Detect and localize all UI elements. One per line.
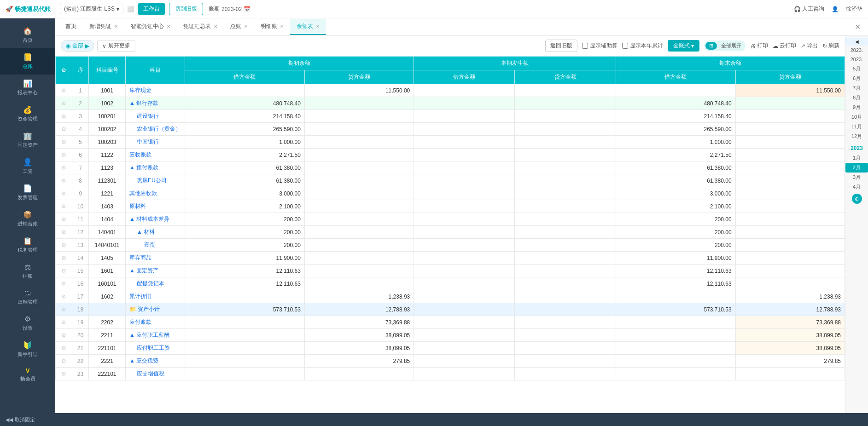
tab-detail-ledger[interactable]: 明细账 ✕: [254, 19, 290, 35]
row-name-cell[interactable]: ▲ 材料: [126, 226, 185, 239]
show-aux-checkbox[interactable]: 显示辅助算: [582, 42, 618, 50]
sidebar-item-invoices[interactable]: 📄 发票管理: [0, 179, 55, 206]
refresh-button[interactable]: ↻ 刷新: [822, 42, 839, 50]
month-1[interactable]: 1月: [845, 153, 868, 163]
row-name-cell[interactable]: 其他应收款: [126, 187, 185, 200]
sidebar-item-newguide[interactable]: 🔰 新手引导: [0, 336, 55, 363]
tab-home[interactable]: 首页: [59, 19, 83, 35]
month-4[interactable]: 4月: [845, 182, 868, 192]
expand-more-button[interactable]: ∨ 展开更多: [97, 40, 135, 52]
sidebar-item-archive[interactable]: 🗂 归档管理: [0, 284, 55, 310]
row-name-cell[interactable]: 中国银行: [126, 136, 185, 149]
tab-balance[interactable]: 余额表 ✕: [290, 19, 326, 35]
tab-voucher-summary[interactable]: 凭证汇总表 ✕: [177, 19, 224, 35]
sidebar-item-purchase[interactable]: 📦 进销台账: [0, 206, 55, 232]
export-button[interactable]: ↗ 导出: [801, 42, 818, 50]
sidebar-item-tax[interactable]: 📋 税务管理: [0, 232, 55, 258]
tab-balance-close[interactable]: ✕: [316, 24, 320, 29]
month-12[interactable]: 12月: [845, 132, 868, 141]
settings-cell[interactable]: ⚙: [56, 97, 72, 110]
settings-cell[interactable]: ⚙: [56, 174, 72, 187]
tab-detail-ledger-close[interactable]: ✕: [280, 24, 284, 29]
style-button[interactable]: 全账式 ▾: [668, 40, 699, 52]
consult-button[interactable]: 🎧 人工咨询: [794, 5, 824, 13]
row-name-cell[interactable]: ▲ 固定资产: [126, 265, 185, 277]
tab-add-voucher-close[interactable]: ✕: [114, 24, 118, 29]
cloud-print-button[interactable]: ☁ 云打印: [773, 42, 796, 50]
calendar-icon[interactable]: 📅: [244, 6, 250, 12]
row-name-cell[interactable]: 应付账款: [126, 316, 185, 329]
row-name-cell[interactable]: ▲ 材料成本差异: [126, 213, 185, 226]
tab-ledger-close[interactable]: ✕: [244, 24, 248, 29]
row-name-cell[interactable]: 应交增值税: [126, 368, 185, 380]
show-aux-input[interactable]: [582, 43, 588, 49]
row-name-cell[interactable]: 原材料: [126, 200, 185, 213]
row-name-cell[interactable]: ▲ 预付账款: [126, 161, 185, 174]
settings-cell[interactable]: ⚙: [56, 136, 72, 149]
month-7[interactable]: 7月: [845, 83, 868, 93]
settings-cell[interactable]: ⚙: [56, 277, 72, 290]
month-2[interactable]: 2月: [845, 163, 868, 173]
month-9[interactable]: 9月: [845, 103, 868, 112]
row-name-cell[interactable]: 建设银行: [126, 110, 185, 123]
sidebar-item-assets[interactable]: 🏢 固定资产: [0, 127, 55, 153]
settings-cell[interactable]: ⚙: [56, 226, 72, 239]
month-3[interactable]: 3月: [845, 173, 868, 182]
settings-cell[interactable]: ⚙: [56, 110, 72, 123]
month-5[interactable]: 5月: [845, 64, 868, 74]
row-name-cell[interactable]: 应付职工工资: [126, 342, 185, 355]
user-name[interactable]: 徐泽华: [846, 5, 862, 13]
row-name-cell[interactable]: 累计折旧: [126, 290, 185, 303]
row-name-cell[interactable]: 库存现金: [126, 84, 185, 97]
return-old-button[interactable]: 返回旧版: [545, 40, 577, 52]
tab-bar-close-button[interactable]: ✕: [851, 23, 864, 31]
row-name-cell[interactable]: 惠属EU公司: [126, 174, 185, 187]
settings-cell[interactable]: ⚙: [56, 265, 72, 277]
month-6[interactable]: 6月: [845, 74, 868, 83]
sidebar-item-reports[interactable]: 📊 报表中心: [0, 75, 55, 101]
show-ytd-checkbox[interactable]: 显示本年累计: [622, 42, 663, 50]
month-11[interactable]: 11月: [845, 122, 868, 132]
settings-cell[interactable]: ⚙: [56, 316, 72, 329]
print-button[interactable]: 🖨 打印: [750, 42, 768, 50]
settings-cell[interactable]: ⚙: [56, 290, 72, 303]
row-name-cell[interactable]: 📁 资产小计: [126, 303, 185, 316]
row-name-cell[interactable]: 库存商品: [126, 252, 185, 265]
settings-cell[interactable]: ⚙: [56, 213, 72, 226]
row-name-cell[interactable]: 农业银行（黄金）: [126, 123, 185, 136]
settings-cell[interactable]: ⚙: [56, 239, 72, 252]
tab-voucher-summary-close[interactable]: ✕: [214, 24, 217, 29]
settings-cell[interactable]: ⚙: [56, 368, 72, 380]
row-name-cell[interactable]: 配提凭记本: [126, 277, 185, 290]
scroll-indicator[interactable]: ⊕: [852, 194, 862, 204]
settings-cell[interactable]: ⚙: [56, 161, 72, 174]
collapse-panel-button[interactable]: ◀: [845, 38, 868, 46]
workbench-button[interactable]: 工作台: [138, 3, 165, 15]
settings-cell[interactable]: ⚙: [56, 342, 72, 355]
settings-col-header[interactable]: ⚙: [56, 57, 72, 84]
row-name-cell[interactable]: ▲ 应付职工薪酬: [126, 329, 185, 342]
settings-cell[interactable]: ⚙: [56, 252, 72, 265]
copy-icon[interactable]: ⬜: [127, 6, 134, 12]
sidebar-item-ledger[interactable]: 📒 总账: [0, 48, 55, 75]
show-ytd-input[interactable]: [622, 43, 628, 49]
sidebar-item-payroll[interactable]: 👤 工资: [0, 153, 55, 179]
sidebar-item-settings[interactable]: ⚙ 设置: [0, 310, 55, 336]
expand-all-toggle[interactable]: ⊞ 全部展开: [704, 40, 746, 51]
row-name-cell[interactable]: ▲ 银行存款: [126, 97, 185, 110]
settings-cell[interactable]: ⚙: [56, 123, 72, 136]
unpin-label[interactable]: 取消固定: [15, 416, 35, 423]
settings-cell[interactable]: ⚙: [56, 329, 72, 342]
tab-add-voucher[interactable]: 新增凭证 ✕: [83, 19, 124, 35]
row-name-cell[interactable]: 应收账款: [126, 149, 185, 161]
company-selector[interactable]: (劣前) 江西股生-LSS ▾: [60, 4, 123, 14]
month-8[interactable]: 8月: [845, 93, 868, 103]
switch-version-button[interactable]: 切到旧版: [169, 3, 203, 15]
tab-smart-voucher[interactable]: 智能凭证中心 ✕: [124, 19, 177, 35]
tab-smart-voucher-close[interactable]: ✕: [167, 24, 170, 29]
row-name-cell[interactable]: 壹蛋: [126, 239, 185, 252]
all-filter-button[interactable]: ◉ 全部 ▶: [61, 40, 94, 52]
sidebar-item-settlement[interactable]: ⚖ 结账: [0, 258, 55, 284]
settings-cell[interactable]: ⚙: [56, 303, 72, 316]
settings-cell[interactable]: ⚙: [56, 187, 72, 200]
